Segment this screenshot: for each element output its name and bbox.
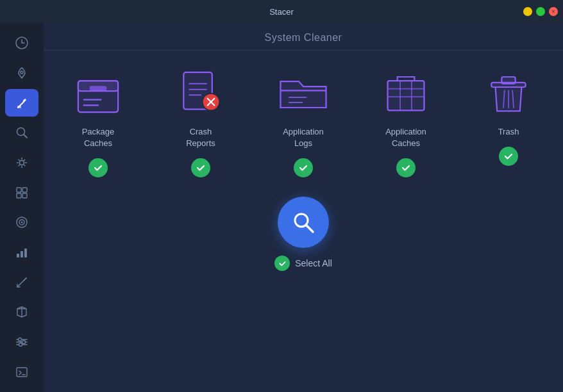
cleaner-grid: PackageCaches xyxy=(44,51,563,392)
cleaner-item-application-logs: ApplicationLogs xyxy=(262,63,345,177)
content-area: System Cleaner xyxy=(44,23,563,392)
svg-rect-30 xyxy=(90,86,107,90)
sidebar-item-terminal[interactable] xyxy=(5,358,38,386)
svg-point-11 xyxy=(21,222,23,224)
sidebar-item-apps[interactable] xyxy=(5,179,38,206)
check-icon xyxy=(503,151,514,161)
svg-rect-43 xyxy=(388,81,424,110)
page-title: System Cleaner xyxy=(265,32,342,43)
svg-point-24 xyxy=(22,341,26,344)
sidebar-item-packages[interactable] xyxy=(5,298,38,326)
close-button[interactable]: × xyxy=(549,7,558,16)
select-all-check-icon xyxy=(278,259,287,268)
svg-rect-13 xyxy=(21,251,23,257)
crash-reports-icon xyxy=(172,67,230,118)
scan-section: Select All xyxy=(274,197,332,271)
svg-rect-6 xyxy=(22,188,27,192)
trash-icon xyxy=(480,67,537,118)
sidebar-item-sliders[interactable] xyxy=(5,329,38,356)
titlebar: Stacer × xyxy=(0,0,563,23)
sidebar-item-dashboard[interactable] xyxy=(5,29,38,57)
svg-rect-26 xyxy=(17,368,27,377)
sidebar-item-resources[interactable] xyxy=(5,239,38,266)
crash-reports-label: CrashReports xyxy=(186,126,215,149)
crash-reports-check[interactable] xyxy=(191,158,210,177)
select-all-row: Select All xyxy=(274,256,332,271)
cleaner-item-application-caches: ApplicationCaches xyxy=(364,63,448,177)
cleaner-item-crash-reports: CrashReports xyxy=(159,63,242,177)
trash-icon-container xyxy=(476,63,541,121)
minimize-button[interactable] xyxy=(523,7,532,16)
dashboard-icon xyxy=(15,36,29,50)
chart-icon xyxy=(15,245,29,259)
maximize-button[interactable] xyxy=(536,7,545,16)
svg-point-1 xyxy=(21,71,23,74)
cleaner-item-trash: Trash xyxy=(467,63,550,177)
application-caches-icon-container xyxy=(374,63,438,121)
sidebar-item-search[interactable] xyxy=(5,119,38,147)
sidebar-item-cleaner[interactable] xyxy=(5,89,38,117)
application-logs-label: ApplicationLogs xyxy=(283,126,324,149)
application-caches-label: ApplicationCaches xyxy=(385,126,426,149)
select-all-check[interactable] xyxy=(274,256,290,271)
cleaner-item-package-caches: PackageCaches xyxy=(56,63,140,177)
select-all-label: Select All xyxy=(295,258,332,268)
package-caches-icon xyxy=(69,67,127,118)
check-icon xyxy=(298,163,308,173)
application-caches-icon xyxy=(377,67,435,118)
sidebar-item-settings[interactable] xyxy=(5,149,38,177)
svg-rect-49 xyxy=(501,77,515,84)
package-caches-label: PackageCaches xyxy=(82,126,115,149)
svg-rect-12 xyxy=(17,254,19,257)
rocket-icon xyxy=(15,66,29,80)
main-layout: System Cleaner xyxy=(0,23,563,392)
svg-rect-5 xyxy=(17,188,21,192)
scan-search-icon xyxy=(290,209,316,235)
check-icon xyxy=(401,163,411,173)
svg-rect-7 xyxy=(17,193,21,198)
broom-icon xyxy=(15,96,29,110)
sliders-icon xyxy=(15,335,29,349)
sidebar-item-tools[interactable] xyxy=(5,268,38,296)
svg-line-54 xyxy=(306,225,313,232)
gear-icon xyxy=(15,156,29,170)
trash-label: Trash xyxy=(498,126,519,138)
check-icon xyxy=(93,163,103,173)
package-icon xyxy=(15,305,29,319)
target-icon xyxy=(15,215,29,229)
svg-point-25 xyxy=(19,343,22,347)
check-icon xyxy=(196,163,206,173)
app-title: Stacer xyxy=(269,7,294,17)
window-controls: × xyxy=(523,7,558,16)
sidebar xyxy=(0,23,44,392)
application-caches-check[interactable] xyxy=(396,158,416,177)
tools-icon xyxy=(15,275,29,290)
package-caches-icon-container xyxy=(66,63,130,121)
scan-button[interactable] xyxy=(278,197,329,248)
sidebar-item-uninstaller[interactable] xyxy=(5,209,38,236)
application-logs-icon-container xyxy=(271,63,335,121)
crash-reports-icon-container xyxy=(169,63,233,121)
svg-rect-14 xyxy=(24,249,27,257)
sidebar-item-startup[interactable] xyxy=(5,60,38,87)
svg-line-3 xyxy=(24,135,27,138)
svg-rect-8 xyxy=(22,193,27,198)
application-logs-icon xyxy=(274,67,332,118)
apps-icon xyxy=(15,186,29,200)
terminal-icon xyxy=(15,365,29,379)
trash-check[interactable] xyxy=(499,147,518,166)
svg-line-17 xyxy=(24,278,26,281)
package-caches-check[interactable] xyxy=(88,158,108,177)
items-row: PackageCaches xyxy=(56,63,550,177)
search-icon xyxy=(15,126,29,140)
content-header: System Cleaner xyxy=(44,23,563,51)
application-logs-check[interactable] xyxy=(294,158,313,177)
svg-point-23 xyxy=(19,338,22,341)
svg-point-4 xyxy=(20,161,24,165)
